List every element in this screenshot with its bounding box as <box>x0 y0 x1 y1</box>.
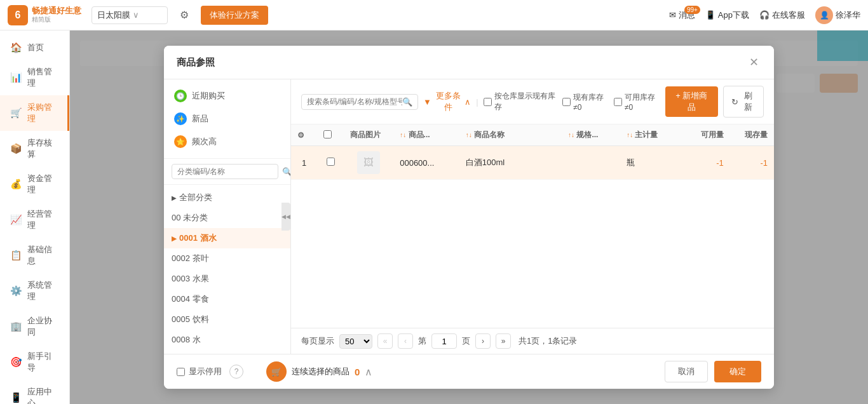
sidebar-item-finance[interactable]: 💰 资金管理 <box>0 166 69 202</box>
sidebar-item-purchase[interactable]: 🛒 采购管理 <box>0 95 69 131</box>
sidebar-item-enterprise[interactable]: 🏢 企业协同 <box>0 309 69 344</box>
gear-icon[interactable]: ⚙ <box>175 6 193 24</box>
new-product-btn[interactable]: + 新增商品 <box>665 86 718 117</box>
cat-arrow-0001: ▶ <box>172 235 177 242</box>
refresh-btn[interactable]: ↻ 刷新 <box>723 86 764 118</box>
sidebar-label-appcenter: 应用中心 <box>27 386 59 404</box>
product-table: ⚙ 商品图片 ↑↓ <box>291 125 774 180</box>
sidebar-item-sales[interactable]: 📊 销售管理 <box>0 60 69 95</box>
search-icon[interactable]: 🔍 <box>402 97 412 107</box>
basic-icon: 📋 <box>10 250 22 261</box>
sort-up-unit-icon: ↑↓ <box>627 131 633 138</box>
question-mark: ? <box>234 367 239 376</box>
sidebar-item-guide[interactable]: 🎯 新手引导 <box>0 344 69 380</box>
th-stock: 现存量 <box>730 125 774 146</box>
row-available: -1 <box>672 146 730 180</box>
cat-item-00[interactable]: 00 未分类 <box>164 208 290 228</box>
online-service-btn[interactable]: 🎧 在线客服 <box>759 10 805 21</box>
stock-ne0-checkbox-label[interactable]: 现有库存≠0 <box>562 92 609 112</box>
purchase-icon: 🛒 <box>10 107 22 119</box>
page-last-btn[interactable]: » <box>496 333 511 349</box>
page-input[interactable] <box>431 333 457 349</box>
category-search-input[interactable] <box>172 164 278 179</box>
sidebar-item-appcenter[interactable]: 📱 应用中心 <box>0 380 69 404</box>
cat-item-0008[interactable]: 0008 水 <box>164 330 290 350</box>
collapse-panel-btn[interactable]: ◀◀ <box>281 203 290 231</box>
quick-item-freq[interactable]: ⭐ 频次高 <box>164 130 290 153</box>
app-download-btn[interactable]: 📱 App下载 <box>705 10 749 21</box>
cat-item-0003[interactable]: 0003 水果 <box>164 269 290 289</box>
modal-footer: 显示停用 ? 🛒 连续选择的商品 0 ∧ 取消 <box>164 354 774 389</box>
user-area[interactable]: 👤 徐泽华 <box>815 6 860 24</box>
category-search-icon[interactable]: 🔍 <box>282 167 291 177</box>
page-next-btn[interactable]: › <box>475 333 491 349</box>
more-filters-btn[interactable]: ▼ 更多条件 ∧ <box>423 90 471 113</box>
available-ne0-checkbox-label[interactable]: 可用库存≠0 <box>614 92 660 112</box>
modal-title: 商品参照 <box>177 57 215 69</box>
quick-item-recent[interactable]: 🕒 近期购买 <box>164 84 290 107</box>
cat-item-0010[interactable]: 0010 家电 <box>164 350 290 354</box>
row-checkbox[interactable] <box>327 158 335 166</box>
quick-item-new[interactable]: ✨ 新品 <box>164 107 290 130</box>
image-placeholder-icon: 🖼 <box>363 157 374 168</box>
sidebar-item-system[interactable]: ⚙️ 系统管理 <box>0 273 69 309</box>
cat-item-0004[interactable]: 0004 零食 <box>164 289 290 309</box>
sidebar-item-basic[interactable]: 📋 基础信息 <box>0 238 69 273</box>
collapse-cart-icon[interactable]: ∧ <box>365 366 372 378</box>
available-ne0-checkbox[interactable] <box>614 98 622 106</box>
row-image-cell: 🖼 <box>344 146 393 180</box>
stock-ne0-label: 现有库存≠0 <box>573 92 609 112</box>
page-suffix: 页 <box>462 335 470 347</box>
filter-label: 更多条件 <box>433 90 463 113</box>
warehouse-label: 按仓库显示现有库存 <box>494 91 557 112</box>
row-code: 000600... <box>393 146 459 180</box>
th-unit[interactable]: ↑↓ 主计量 <box>620 125 672 146</box>
cancel-button[interactable]: 取消 <box>665 361 708 382</box>
cat-item-0001[interactable]: ▶ 0001 酒水 <box>164 228 290 248</box>
sidebar-label-purchase: 采购管理 <box>27 102 57 125</box>
select-all-checkbox[interactable] <box>323 130 332 138</box>
th-spec[interactable]: ↑↓ 规格... <box>562 125 620 146</box>
page-first-btn[interactable]: « <box>377 333 393 349</box>
modal-overlay: 商品参照 ✕ 🕒 近期购买 ✨ <box>70 30 868 404</box>
system-icon: ⚙️ <box>10 285 22 297</box>
show-disabled-checkbox[interactable] <box>177 368 185 376</box>
nav-right: ✉ 消息 99+ 📱 App下载 🎧 在线客服 👤 徐泽华 <box>669 6 860 24</box>
user-name: 徐泽华 <box>836 10 860 21</box>
app-label: App下载 <box>718 10 749 21</box>
row-checkbox-cell <box>317 146 343 180</box>
sidebar-item-inventory[interactable]: 📦 库存核算 <box>0 131 69 166</box>
th-code[interactable]: ↑↓ 商品... <box>393 125 459 146</box>
confirm-button[interactable]: 确定 <box>714 361 761 382</box>
sidebar-item-ops[interactable]: 📈 经营管理 <box>0 202 69 238</box>
sidebar-item-home[interactable]: 🏠 首页 <box>0 36 69 60</box>
row-spec <box>562 146 620 180</box>
modal-dialog: 商品参照 ✕ 🕒 近期购买 ✨ <box>164 46 774 389</box>
messages-btn[interactable]: ✉ 消息 99+ <box>669 10 695 21</box>
store-selector[interactable]: 日太阳膜 ∨ <box>92 6 168 24</box>
warehouse-checkbox-label[interactable]: 按仓库显示现有库存 <box>484 91 557 112</box>
modal-header: 商品参照 ✕ <box>164 46 774 79</box>
cat-item-all[interactable]: ▶ 全部分类 <box>164 187 290 208</box>
stock-ne0-checkbox[interactable] <box>562 98 571 106</box>
sidebar-label-basic: 基础信息 <box>27 244 59 267</box>
cat-item-0005[interactable]: 0005 饮料 <box>164 309 290 330</box>
th-name[interactable]: ↑↓ 商品名称 <box>459 125 562 146</box>
warehouse-checkbox[interactable] <box>484 98 492 106</box>
row-num: 1 <box>291 146 317 180</box>
cart-icon-btn[interactable]: 🛒 <box>266 361 287 382</box>
trial-btn[interactable]: 体验行业方案 <box>201 6 268 25</box>
help-icon[interactable]: ? <box>229 365 243 379</box>
show-disabled-label[interactable]: 显示停用 <box>177 366 222 377</box>
product-search-input[interactable] <box>307 97 402 106</box>
cat-item-0002[interactable]: 0002 茶叶 <box>164 248 290 269</box>
sidebar-label-inventory: 库存核算 <box>27 137 59 160</box>
freq-icon: ⭐ <box>174 135 187 148</box>
refresh-icon: ↻ <box>731 97 738 107</box>
per-page-select[interactable]: 50 10 20 100 <box>339 334 372 349</box>
page-prev-btn[interactable]: ‹ <box>398 333 413 349</box>
th-settings[interactable]: ⚙ <box>291 125 317 146</box>
close-button[interactable]: ✕ <box>746 55 761 70</box>
sort-up-code-icon: ↑↓ <box>400 131 406 138</box>
table-row[interactable]: 1 🖼 <box>291 146 774 180</box>
